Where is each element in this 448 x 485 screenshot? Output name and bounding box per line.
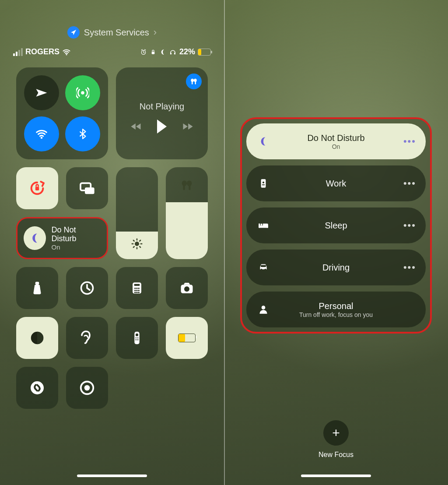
location-services-label: System Services <box>84 28 149 38</box>
rotation-lock-toggle[interactable] <box>16 167 58 209</box>
camera-icon <box>179 280 195 296</box>
calculator-icon <box>130 281 144 295</box>
hearing-button[interactable] <box>66 317 108 359</box>
more-options-button[interactable]: ••• <box>401 262 416 273</box>
screen-record-button[interactable] <box>66 367 108 409</box>
forward-button[interactable] <box>182 120 194 133</box>
rotation-lock-icon <box>28 179 46 197</box>
focus-modes-panel: Do Not Disturb On ••• Work ••• Sleep •••… <box>240 117 432 334</box>
shazam-button[interactable] <box>16 367 58 409</box>
headphones-status-icon <box>169 48 177 56</box>
apple-tv-remote-icon <box>130 330 144 345</box>
calculator-button[interactable] <box>116 267 158 309</box>
more-options-button[interactable]: ••• <box>401 178 416 189</box>
focus-mode-title: Driving <box>271 262 401 273</box>
cell-signal-icon <box>13 48 23 56</box>
focus-mode-title: Sleep <box>271 220 401 231</box>
airplane-icon <box>35 86 48 99</box>
timer-button[interactable] <box>66 267 108 309</box>
carrier-label: ROGERS <box>25 47 60 56</box>
airpods-icon <box>179 178 194 193</box>
home-indicator[interactable] <box>301 474 371 477</box>
wifi-status-icon <box>62 48 71 56</box>
brightness-slider[interactable] <box>116 167 158 259</box>
dark-mode-icon <box>29 330 46 346</box>
focus-title: Do Not Disturb <box>51 225 101 243</box>
screen-mirroring-button[interactable] <box>66 167 108 209</box>
badge-icon <box>256 178 271 189</box>
screen-record-icon <box>79 380 95 396</box>
battery-pct-label: 22% <box>179 47 195 56</box>
focus-modes-screen: Do Not Disturb On ••• Work ••• Sleep •••… <box>224 0 448 485</box>
flashlight-button[interactable] <box>16 267 58 309</box>
location-arrow-icon <box>67 26 80 39</box>
moon-icon <box>256 136 271 147</box>
moon-icon <box>24 226 46 250</box>
hearing-icon <box>79 330 95 346</box>
plus-icon: + <box>323 420 349 446</box>
home-indicator[interactable] <box>77 474 147 477</box>
focus-mode-subtitle: Turn off work, focus on you <box>271 311 401 319</box>
connectivity-panel <box>16 67 108 159</box>
bluetooth-toggle[interactable] <box>65 116 100 151</box>
control-center-screen: System Services › ROGERS 22% <box>0 0 224 485</box>
apple-tv-remote-button[interactable] <box>116 317 158 359</box>
alarm-status-icon <box>140 49 147 56</box>
screen-mirroring-icon <box>78 179 96 197</box>
rewind-button[interactable] <box>130 120 142 133</box>
status-bar: ROGERS 22% <box>13 47 211 56</box>
screenshot-divider <box>224 0 225 485</box>
shazam-icon <box>28 379 46 397</box>
low-power-mode-toggle[interactable] <box>166 317 208 359</box>
focus-subtitle: On <box>51 243 101 251</box>
wifi-icon <box>35 127 48 141</box>
focus-mode-driving[interactable]: Driving ••• <box>246 250 426 285</box>
new-focus-label: New Focus <box>318 451 354 459</box>
bed-icon <box>256 220 271 231</box>
dnd-status-icon <box>159 49 166 56</box>
timer-icon <box>79 280 95 296</box>
low-power-icon <box>178 334 196 342</box>
focus-mode-subtitle: On <box>271 143 401 151</box>
more-options-button[interactable]: ••• <box>401 220 416 231</box>
flashlight-icon <box>30 281 45 295</box>
media-title: Not Playing <box>140 102 184 112</box>
cellular-data-toggle[interactable] <box>65 75 100 110</box>
airpods-route-icon <box>186 74 202 89</box>
volume-slider[interactable] <box>166 167 208 259</box>
control-center-grid: Not Playing <box>13 67 211 409</box>
chevron-right-icon: › <box>154 27 157 38</box>
focus-mode-title: Do Not Disturb <box>271 133 401 143</box>
battery-icon <box>198 49 211 56</box>
media-panel[interactable]: Not Playing <box>116 67 208 159</box>
airplane-mode-toggle[interactable] <box>24 75 59 110</box>
focus-mode-title: Work <box>271 178 401 189</box>
focus-mode-sleep[interactable]: Sleep ••• <box>246 207 426 243</box>
lock-status-icon <box>150 49 157 56</box>
person-icon <box>256 304 271 315</box>
focus-mode-dnd[interactable]: Do Not Disturb On ••• <box>246 123 426 159</box>
wifi-toggle[interactable] <box>24 116 59 151</box>
camera-button[interactable] <box>166 267 208 309</box>
location-services-link[interactable]: System Services › <box>13 26 211 39</box>
dark-mode-toggle[interactable] <box>16 317 58 359</box>
focus-toggle[interactable]: Do Not Disturb On <box>16 217 108 259</box>
car-icon <box>256 262 271 273</box>
antenna-icon <box>76 86 89 99</box>
brightness-icon <box>130 237 144 250</box>
new-focus-button[interactable]: + New Focus <box>318 420 354 459</box>
focus-mode-title: Personal <box>271 301 401 311</box>
play-button[interactable] <box>157 119 167 134</box>
more-options-button[interactable]: ••• <box>401 136 416 147</box>
focus-mode-work[interactable]: Work ••• <box>246 165 426 201</box>
bluetooth-icon <box>77 128 88 140</box>
focus-mode-personal[interactable]: Personal Turn off work, focus on you <box>246 292 426 327</box>
